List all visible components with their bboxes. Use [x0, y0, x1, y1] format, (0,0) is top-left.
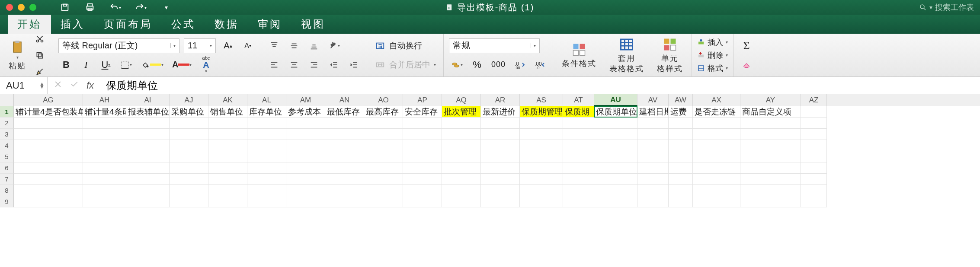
cell-AP4[interactable]: [403, 140, 442, 151]
autosum-button[interactable]: Σ: [739, 38, 754, 53]
save-icon[interactable]: [57, 0, 73, 15]
tab-page-layout[interactable]: 页面布局: [94, 14, 162, 34]
cell-AN3[interactable]: [325, 129, 364, 140]
print-icon[interactable]: [82, 0, 98, 15]
cell-AY9[interactable]: [740, 196, 801, 207]
cell-AR6[interactable]: [481, 162, 520, 174]
cell-AH5[interactable]: [83, 151, 126, 162]
cell-AQ9[interactable]: [442, 196, 481, 207]
cell-AW4[interactable]: [669, 140, 693, 151]
cell-AM1[interactable]: 参考成本: [286, 106, 325, 118]
cell-AP7[interactable]: [403, 174, 442, 185]
cell-AX1[interactable]: 是否走冻链: [693, 106, 740, 118]
cell-AJ1[interactable]: 采购单位: [170, 106, 208, 118]
cell-AR7[interactable]: [481, 174, 520, 185]
cell-AJ8[interactable]: [170, 185, 208, 196]
cell-AI2[interactable]: [126, 118, 170, 129]
cell-AY2[interactable]: [740, 118, 801, 129]
cell-AS9[interactable]: [520, 196, 563, 207]
cell-AX3[interactable]: [693, 129, 740, 140]
cell-AT5[interactable]: [563, 151, 594, 162]
cell-AH8[interactable]: [83, 185, 126, 196]
cell-AT3[interactable]: [563, 129, 594, 140]
zoom-window-button[interactable]: [29, 4, 36, 11]
cell-AS2[interactable]: [520, 118, 563, 129]
tab-insert[interactable]: 插入: [51, 14, 94, 34]
col-header-AM[interactable]: AM: [286, 94, 325, 106]
name-box[interactable]: AU1 ▲▼: [0, 77, 48, 94]
cell-AV8[interactable]: [637, 185, 669, 196]
cell-AQ7[interactable]: [442, 174, 481, 185]
cell-AV6[interactable]: [637, 162, 669, 174]
cell-AG1[interactable]: 辅计量4是否包装单位: [14, 106, 83, 118]
cell-AR2[interactable]: [481, 118, 520, 129]
col-header-AL[interactable]: AL: [247, 94, 286, 106]
cell-AR4[interactable]: [481, 140, 520, 151]
cell-AS1[interactable]: 保质期管理: [520, 106, 563, 118]
tab-view[interactable]: 视图: [291, 14, 335, 34]
cell-AN1[interactable]: 最低库存: [325, 106, 364, 118]
number-format-combo[interactable]: 常规▾: [449, 38, 540, 53]
cell-AJ9[interactable]: [170, 196, 208, 207]
phonetic-button[interactable]: abcA▾: [198, 57, 214, 72]
cell-AQ6[interactable]: [442, 162, 481, 174]
cell-AZ8[interactable]: [801, 185, 827, 196]
col-header-AK[interactable]: AK: [208, 94, 247, 106]
cell-AN4[interactable]: [325, 140, 364, 151]
cell-AQ2[interactable]: [442, 118, 481, 129]
cell-AZ9[interactable]: [801, 196, 827, 207]
cell-AX6[interactable]: [693, 162, 740, 174]
cell-AX9[interactable]: [693, 196, 740, 207]
format-as-table-button[interactable]: 套用 表格格式: [606, 36, 647, 75]
search-sheet[interactable]: ▾ 搜索工作表: [919, 2, 974, 13]
cell-AM9[interactable]: [286, 196, 325, 207]
col-header-AZ[interactable]: AZ: [801, 94, 827, 106]
row-header[interactable]: 1: [0, 106, 14, 118]
cell-AG3[interactable]: [14, 129, 83, 140]
col-header-AI[interactable]: AI: [126, 94, 170, 106]
cell-AP2[interactable]: [403, 118, 442, 129]
cell-AK6[interactable]: [208, 162, 247, 174]
cell-AR1[interactable]: 最新进价: [481, 106, 520, 118]
cell-AX5[interactable]: [693, 151, 740, 162]
cell-AU2[interactable]: [594, 118, 637, 129]
cell-AJ6[interactable]: [170, 162, 208, 174]
col-header-AX[interactable]: AX: [693, 94, 740, 106]
cell-AJ5[interactable]: [170, 151, 208, 162]
cell-AS5[interactable]: [520, 151, 563, 162]
cell-AR9[interactable]: [481, 196, 520, 207]
cell-AR3[interactable]: [481, 129, 520, 140]
increase-font-button[interactable]: A▴: [220, 38, 236, 53]
cell-AL6[interactable]: [247, 162, 286, 174]
cell-AO6[interactable]: [364, 162, 403, 174]
currency-button[interactable]: ▾: [449, 57, 465, 72]
row-header[interactable]: 5: [0, 151, 14, 162]
cell-AW6[interactable]: [669, 162, 693, 174]
cell-AH7[interactable]: [83, 174, 126, 185]
decrease-indent-button[interactable]: [326, 57, 342, 72]
cell-AT2[interactable]: [563, 118, 594, 129]
cell-AU7[interactable]: [594, 174, 637, 185]
col-header-AW[interactable]: AW: [669, 94, 693, 106]
cancel-entry-button[interactable]: [54, 80, 62, 91]
cell-AN5[interactable]: [325, 151, 364, 162]
cell-AG6[interactable]: [14, 162, 83, 174]
cell-AM2[interactable]: [286, 118, 325, 129]
row-header[interactable]: 7: [0, 174, 14, 185]
cell-AV1[interactable]: 建档日期: [637, 106, 669, 118]
borders-button[interactable]: ▾: [118, 57, 134, 72]
cell-AM7[interactable]: [286, 174, 325, 185]
align-center-button[interactable]: [286, 57, 302, 72]
name-box-stepper[interactable]: ▲▼: [39, 83, 45, 89]
cell-AK3[interactable]: [208, 129, 247, 140]
cell-AU9[interactable]: [594, 196, 637, 207]
redo-icon[interactable]: ▾: [133, 0, 149, 15]
cell-AQ1[interactable]: 批次管理: [442, 106, 481, 118]
cell-AQ5[interactable]: [442, 151, 481, 162]
cell-AN6[interactable]: [325, 162, 364, 174]
col-header-AY[interactable]: AY: [740, 94, 801, 106]
fill-color-button[interactable]: ▾: [138, 57, 166, 72]
cell-AO3[interactable]: [364, 129, 403, 140]
cell-AX8[interactable]: [693, 185, 740, 196]
cell-AT4[interactable]: [563, 140, 594, 151]
